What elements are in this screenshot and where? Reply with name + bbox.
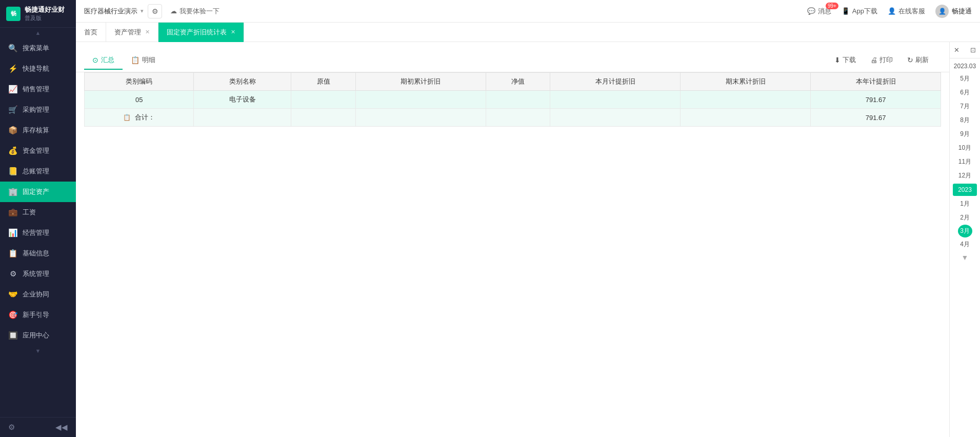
sidebar-item-inventory[interactable]: 📦 库存核算 (0, 120, 76, 141)
sidebar-item-cooperation[interactable]: 🤝 企业协同 (0, 284, 76, 305)
total-label-cell: 📋 合计： (85, 109, 194, 127)
right-panel-close-button[interactable]: ✕ (954, 46, 959, 54)
topbar-settings-button[interactable]: ⚙ (148, 4, 162, 18)
app-download-button[interactable]: 📱 App下载 (842, 7, 877, 16)
sidebar-header: 畅 畅捷通好业财 普及版 (0, 0, 76, 28)
month-item-1[interactable]: 1月 (950, 197, 980, 211)
sidebar-item-label: 总账管理 (23, 167, 49, 176)
sidebar-item-label: 固定资产 (23, 187, 49, 196)
experience-button[interactable]: ☁ 我要体验一下 (170, 7, 219, 16)
total-yearly-depre-empty (681, 109, 811, 127)
sidebar-item-salary[interactable]: 💼 工资 (0, 202, 76, 223)
tab-fixed-assets-close[interactable]: ✕ (231, 29, 235, 35)
right-panel-expand-button[interactable]: ⊡ (970, 46, 976, 54)
user-info[interactable]: 👤 畅捷通 (935, 5, 972, 18)
depreciation-table: 类别编码 类别名称 原值 期初累计折旧 净值 本月计提折旧 期末累计折旧 本年计… (84, 72, 941, 127)
sidebar-item-label: 企业协同 (23, 290, 49, 299)
total-yearly-depre: 791.67 (811, 109, 941, 127)
username: 畅捷通 (952, 7, 972, 16)
sidebar-item-label: 经营管理 (23, 228, 49, 237)
month-item-2[interactable]: 2月 (950, 211, 980, 225)
sub-tabs: ⊙ 汇总 📋 明细 ⬇ 下载 🖨 打印 (76, 42, 949, 72)
settings-icon[interactable]: ⚙ (8, 423, 15, 432)
sidebar-item-quick-nav[interactable]: ⚡ 快捷导航 (0, 58, 76, 79)
sidebar-item-label: 快捷导航 (23, 64, 49, 73)
sidebar-item-funds[interactable]: 💰 资金管理 (0, 141, 76, 161)
scroll-down-indicator: ▼ (0, 346, 76, 356)
summary-icon: ⊙ (92, 56, 98, 64)
total-period-end-accum (550, 109, 681, 127)
right-panel: ✕ ⊡ 2023.03 5月 6月 7月 8月 9月 10月 11月 12月 2… (949, 42, 980, 437)
cell-name: 电子设备 (194, 91, 291, 109)
guide-icon: 🎯 (8, 310, 17, 320)
tab-fixed-assets-table[interactable]: 固定资产折旧统计表 ✕ (158, 23, 244, 42)
sidebar-item-label: 库存核算 (23, 126, 49, 135)
sidebar-item-search[interactable]: 🔍 搜索菜单 (0, 38, 76, 58)
salary-icon: 💼 (8, 208, 17, 217)
table-toolbar: ⬇ 下载 🖨 打印 ↻ 刷新 (822, 48, 941, 72)
inventory-icon: 📦 (8, 126, 17, 135)
sidebar-item-label: 系统管理 (23, 269, 49, 279)
main-content: ⊙ 汇总 📋 明细 ⬇ 下载 🖨 打印 (76, 42, 949, 437)
app-edition: 普及版 (25, 14, 65, 22)
print-button[interactable]: 🖨 打印 (866, 53, 897, 67)
tab-assets-mgmt[interactable]: 资产管理 ✕ (106, 23, 158, 42)
right-panel-header: ✕ ⊡ (950, 42, 980, 58)
online-support-button[interactable]: 👤 在线客服 (888, 7, 925, 16)
sidebar-item-app-center[interactable]: 🔲 应用中心 (0, 325, 76, 346)
sidebar-item-purchase[interactable]: 🛒 采购管理 (0, 100, 76, 120)
download-button[interactable]: ⬇ 下载 (830, 53, 860, 67)
refresh-btn-icon: ↻ (907, 56, 913, 64)
col-name: 类别名称 (194, 73, 291, 91)
year-2023-label[interactable]: 2023 (953, 184, 977, 196)
month-item-3-active[interactable]: 3月 (958, 225, 972, 237)
month-item-8[interactable]: 8月 (950, 113, 980, 127)
sub-tab-detail[interactable]: 📋 明细 (123, 51, 164, 70)
app-title-block: 畅捷通好业财 普及版 (25, 5, 65, 22)
tab-assets-mgmt-label: 资产管理 (114, 28, 141, 37)
sidebar-nav: ▲ 🔍 搜索菜单 ⚡ 快捷导航 📈 销售管理 🛒 采购管理 📦 库存核算 💰 资… (0, 28, 76, 417)
month-item-6[interactable]: 6月 (950, 86, 980, 100)
sidebar-item-fixed-assets[interactable]: 🏢 固定资产 (0, 182, 76, 202)
sidebar-item-sales[interactable]: 📈 销售管理 (0, 79, 76, 100)
sidebar-item-label: 应用中心 (23, 331, 49, 340)
company-selector[interactable]: 医疗器械行业演示 ▾ (84, 7, 144, 16)
ledger-icon: 📒 (8, 167, 17, 176)
sidebar-item-guide[interactable]: 🎯 新手引导 (0, 305, 76, 325)
sidebar-item-system[interactable]: ⚙ 系统管理 (0, 264, 76, 284)
month-item-9[interactable]: 9月 (950, 127, 980, 141)
print-btn-icon: 🖨 (870, 56, 877, 64)
basic-info-icon: 📋 (8, 249, 17, 258)
sidebar-item-basic-info[interactable]: 📋 基础信息 (0, 243, 76, 264)
scroll-down-button[interactable]: ▼ (950, 251, 980, 264)
download-icon: 📱 (842, 7, 850, 15)
collapse-sidebar-button[interactable]: ◀◀ (55, 423, 68, 432)
sidebar-item-label: 搜索菜单 (23, 44, 49, 53)
refresh-button[interactable]: ↻ 刷新 (903, 53, 933, 67)
company-name: 医疗器械行业演示 (84, 7, 137, 16)
tab-assets-mgmt-close[interactable]: ✕ (145, 29, 150, 35)
col-initial-accum: 期初累计折旧 (355, 73, 486, 91)
sidebar-item-operations[interactable]: 📊 经营管理 (0, 223, 76, 243)
table-container: 类别编码 类别名称 原值 期初累计折旧 净值 本月计提折旧 期末累计折旧 本年计… (76, 72, 949, 437)
sidebar-item-ledger[interactable]: 📒 总账管理 (0, 161, 76, 182)
cell-original (291, 91, 356, 109)
month-item-10[interactable]: 10月 (950, 141, 980, 155)
tab-home[interactable]: 首页 (76, 23, 106, 42)
month-item-5[interactable]: 5月 (950, 72, 980, 86)
col-yearly-depre: 本年计提折旧 (811, 73, 941, 91)
sub-tab-summary[interactable]: ⊙ 汇总 (84, 51, 123, 70)
table-row: 05 电子设备 791.67 (85, 91, 941, 109)
cell-initial-accum (355, 91, 486, 109)
messages-button[interactable]: 💬 消息 99+ (807, 7, 831, 16)
month-item-12[interactable]: 12月 (950, 169, 980, 183)
sub-tab-detail-label: 明细 (142, 55, 155, 65)
app-logo: 畅 (6, 7, 21, 21)
support-icon: 👤 (888, 7, 896, 15)
month-item-7[interactable]: 7月 (950, 100, 980, 113)
month-item-11[interactable]: 11月 (950, 155, 980, 169)
cell-period-end-accum (681, 91, 811, 109)
tabs-bar: 首页 资产管理 ✕ 固定资产折旧统计表 ✕ (76, 23, 980, 42)
purchase-icon: 🛒 (8, 105, 17, 114)
month-item-4[interactable]: 4月 (950, 237, 980, 251)
